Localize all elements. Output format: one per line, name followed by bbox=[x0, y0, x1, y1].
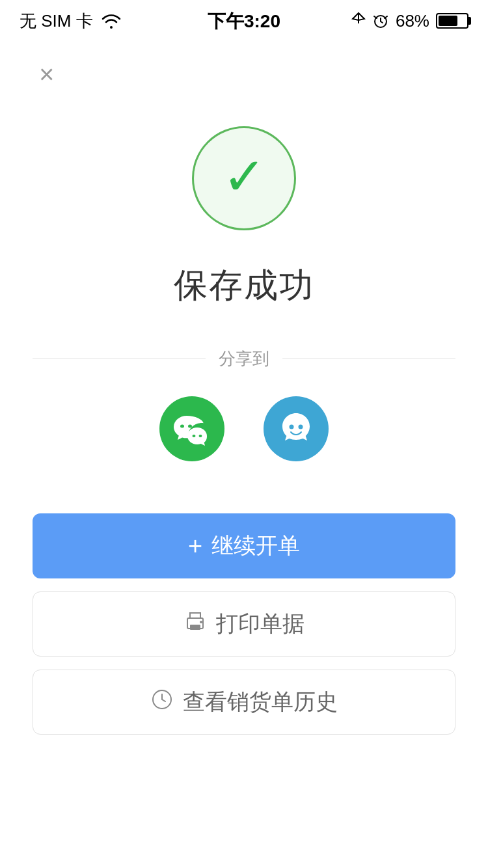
checkmark-icon: ✓ bbox=[223, 151, 266, 203]
history-button[interactable]: 查看销货单历史 bbox=[33, 670, 455, 735]
action-buttons: + 继续开单 打印单据 查看销货单历史 bbox=[33, 513, 455, 735]
divider-line-left bbox=[33, 359, 206, 359]
svg-point-9 bbox=[200, 621, 202, 623]
history-label: 查看销货单历史 bbox=[183, 687, 338, 717]
svg-point-2 bbox=[188, 425, 192, 428]
wechat-share-button[interactable] bbox=[159, 396, 224, 461]
print-label: 打印单据 bbox=[216, 609, 305, 639]
continue-label: 继续开单 bbox=[211, 531, 300, 561]
printer-icon bbox=[183, 610, 207, 638]
continue-button[interactable]: + 继续开单 bbox=[33, 513, 455, 578]
print-button[interactable]: 打印单据 bbox=[33, 591, 455, 657]
status-bar: 无 SIM 卡 下午3:20 68% bbox=[0, 0, 488, 42]
svg-point-5 bbox=[290, 425, 294, 429]
wechat-icon bbox=[172, 409, 211, 448]
status-right: 68% bbox=[351, 11, 468, 31]
carrier-text: 无 SIM 卡 bbox=[20, 10, 93, 33]
location-icon bbox=[351, 12, 366, 30]
battery-bar bbox=[436, 13, 468, 29]
svg-point-4 bbox=[199, 435, 202, 437]
divider-line-right bbox=[282, 359, 455, 359]
share-label: 分享到 bbox=[219, 347, 269, 370]
svg-point-6 bbox=[299, 425, 303, 429]
qq-share-button[interactable] bbox=[264, 396, 329, 461]
svg-point-1 bbox=[180, 425, 184, 428]
plus-icon: + bbox=[188, 532, 202, 560]
history-icon bbox=[150, 688, 174, 716]
share-divider: 分享到 bbox=[33, 347, 455, 370]
qq-icon bbox=[277, 409, 316, 448]
share-icons-row bbox=[159, 396, 329, 461]
wifi-icon bbox=[101, 13, 122, 29]
status-left: 无 SIM 卡 bbox=[20, 10, 122, 33]
svg-rect-8 bbox=[190, 625, 200, 630]
close-button[interactable]: × bbox=[39, 61, 54, 87]
main-content: × ✓ 保存成功 分享到 bbox=[0, 42, 488, 735]
battery-fill bbox=[439, 16, 457, 26]
success-circle: ✓ bbox=[192, 126, 296, 230]
battery-percent: 68% bbox=[396, 11, 429, 31]
time-display: 下午3:20 bbox=[208, 9, 280, 34]
success-title: 保存成功 bbox=[174, 263, 314, 308]
svg-point-3 bbox=[193, 435, 196, 437]
alarm-icon bbox=[372, 12, 389, 29]
